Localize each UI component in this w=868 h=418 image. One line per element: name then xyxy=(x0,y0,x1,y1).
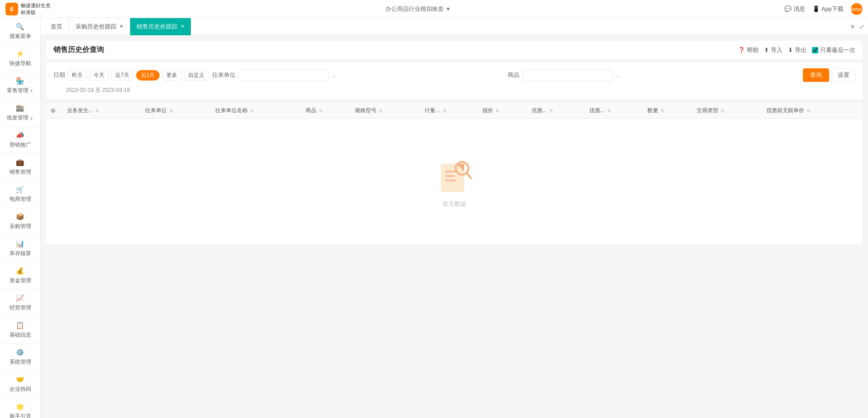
sort-arrows-pretax-price: ⇅ xyxy=(807,108,810,113)
sidebar-item-marketing[interactable]: 📣 营销推广 xyxy=(0,127,40,154)
date-btn-custom[interactable]: 自定义 xyxy=(184,70,208,81)
enterprise-icon: 🤝 xyxy=(16,375,24,384)
marketing-icon: 📣 xyxy=(16,131,24,139)
logo-text: 畅捷通好生意 标准版 xyxy=(21,2,51,15)
sidebar-item-guide[interactable]: 🌟 新手引导 xyxy=(0,398,40,418)
col-pretax-price[interactable]: 优惠前无税单价 ⇅ xyxy=(762,103,863,119)
message-btn[interactable]: 💬 消息 xyxy=(784,5,805,13)
download-icon: 📱 xyxy=(812,5,820,12)
sidebar-item-wholesale-mgmt[interactable]: 🏬 批发管理 ▲ xyxy=(0,100,40,127)
maximize-tab-action-icon[interactable]: ⤢ xyxy=(859,23,864,30)
import-btn[interactable]: ⬆ 导入 xyxy=(764,46,783,54)
page-title: 销售历史价查询 xyxy=(53,45,104,55)
date-filter-group: 日期 昨天 今天 近7天 近1月 更多 自定义 xyxy=(53,70,208,81)
guide-icon: 🌟 xyxy=(16,403,24,411)
sidebar-item-system-mgmt[interactable]: ⚙️ 系统管理 xyxy=(0,344,40,371)
svg-rect-2 xyxy=(445,175,455,177)
empty-illustration xyxy=(434,155,475,195)
sidebar: 🔍 搜索菜单 ⚡ 快捷导航 🏪 零售管理 ▼ 🏬 批发管理 ▲ 📣 营销推广 xyxy=(0,18,41,418)
tab-sales-history[interactable]: 销售历史价跟踪 ✕ xyxy=(130,18,191,35)
export-btn[interactable]: ⬇ 导出 xyxy=(788,46,807,54)
col-product[interactable]: 商品 ⇅ xyxy=(301,103,350,119)
sidebar-item-inventory[interactable]: 📊 库存核算 xyxy=(0,235,40,262)
sort-arrows-qty: ⇅ xyxy=(660,108,664,113)
tab-home[interactable]: 首页 xyxy=(44,18,69,35)
empty-svg xyxy=(434,155,475,195)
search-btn-row: 查询 设置 xyxy=(803,68,855,82)
col-partner-code[interactable]: 往来单位 ⇅ xyxy=(141,103,210,119)
wholesale-arrow-icon: ▲ xyxy=(29,116,33,120)
setting-btn[interactable]: 设置 xyxy=(832,68,855,82)
close-tab-action-icon[interactable]: ✕ xyxy=(850,23,855,30)
finance-icon: 💰 xyxy=(16,267,24,275)
col-spec[interactable]: 规格型号 ⇅ xyxy=(350,103,420,119)
close-purchase-tab-icon[interactable]: ✕ xyxy=(119,24,123,29)
close-sales-tab-icon[interactable]: ✕ xyxy=(180,24,184,29)
query-btn[interactable]: 查询 xyxy=(803,68,829,82)
date-btn-last1m[interactable]: 近1月 xyxy=(136,70,160,81)
help-btn[interactable]: ❓ 帮助 xyxy=(738,46,759,54)
col-quote[interactable]: 报价 ⇅ xyxy=(478,103,527,119)
col-trade-type[interactable]: 交易类型 ⇅ xyxy=(692,103,762,119)
search-area: 日期 昨天 今天 近7天 近1月 更多 自定义 往来单位 ... 商品 xyxy=(46,63,863,100)
col-partner-name[interactable]: 往来单位名称 ⇅ xyxy=(211,103,301,119)
user-avatar-btn[interactable]: demo2 xyxy=(851,3,863,15)
sort-arrows-partner-code: ⇅ xyxy=(170,108,173,113)
col-qty[interactable]: 数量 ⇅ xyxy=(643,103,692,119)
sort-arrows-unit: ⇅ xyxy=(443,108,446,113)
main-layout: 🔍 搜索菜单 ⚡ 快捷导航 🏪 零售管理 ▼ 🏬 批发管理 ▲ 📣 营销推广 xyxy=(0,18,868,418)
sidebar-item-enterprise-agreement[interactable]: 🤝 企业协同 xyxy=(0,371,40,398)
retail-icon: 🏪 xyxy=(16,77,24,85)
sidebar-item-purchase-mgmt[interactable]: 📦 采购管理 xyxy=(0,208,40,235)
workspace-selector[interactable]: 办公用品行业模拟账套 ▾ xyxy=(385,5,450,13)
empty-text: 暂无数据 xyxy=(443,200,466,208)
product-input[interactable] xyxy=(522,70,613,81)
partner-search-group: 往来单位 ... xyxy=(212,70,504,81)
sort-arrows-partner-name: ⇅ xyxy=(250,108,254,113)
date-btn-today[interactable]: 今天 xyxy=(90,70,108,81)
sidebar-item-ops-mgmt[interactable]: 📈 经营管理 xyxy=(0,290,40,317)
tab-actions: ✕ ⤢ xyxy=(850,23,864,30)
partner-input[interactable] xyxy=(238,70,329,81)
date-btn-last7[interactable]: 近7天 xyxy=(111,70,133,81)
purchase-icon: 📦 xyxy=(16,213,24,221)
import-icon: ⬆ xyxy=(764,47,769,53)
col-discount1[interactable]: 优惠... ⇅ xyxy=(527,103,585,119)
nav-icon: ⚡ xyxy=(16,50,24,58)
date-range-display: 2023-02-18 至 2023-03-18 xyxy=(66,86,130,94)
sidebar-item-finance-mgmt[interactable]: 💰 资金管理 xyxy=(0,262,40,290)
sales-icon: 💼 xyxy=(16,158,24,166)
page-header-actions: ❓ 帮助 ⬆ 导入 ⬇ 导出 只看最后一次 xyxy=(738,46,855,54)
svg-rect-3 xyxy=(445,180,457,181)
page-header: 销售历史价查询 ❓ 帮助 ⬆ 导入 ⬇ 导出 xyxy=(46,41,863,59)
sidebar-item-retail-mgmt[interactable]: 🏪 零售管理 ▼ xyxy=(0,72,40,100)
product-search-dots: ... xyxy=(615,72,620,79)
table-header-row: ⚙ 业务发生... ⇅ 往来单位 ⇅ 往来单位名称 xyxy=(46,103,863,119)
col-biz-date[interactable]: 业务发生... ⇅ xyxy=(62,103,141,119)
product-label: 商品 xyxy=(508,71,519,79)
basic-icon: 📋 xyxy=(16,321,24,329)
workspace-dropdown-icon[interactable]: ▾ xyxy=(447,5,450,12)
date-btn-more[interactable]: 更多 xyxy=(162,70,181,81)
partner-label: 往来单位 xyxy=(212,71,236,79)
sidebar-item-ecom-mgmt[interactable]: 🛒 电商管理 xyxy=(0,181,40,208)
col-discount2[interactable]: 优惠... ⇅ xyxy=(585,103,643,119)
search-icon: 🔍 xyxy=(16,23,24,31)
settings-gear-icon[interactable]: ⚙ xyxy=(51,108,56,114)
tab-purchase-history[interactable]: 采购历史价跟踪 ✕ xyxy=(69,18,130,35)
col-unit[interactable]: 计量... ⇅ xyxy=(420,103,478,119)
sort-arrows-discount1: ⇅ xyxy=(549,108,553,113)
data-table: ⚙ 业务发生... ⇅ 往来单位 ⇅ 往来单位名称 xyxy=(46,103,863,119)
sidebar-item-search-menu[interactable]: 🔍 搜索菜单 xyxy=(0,18,40,45)
date-label: 日期 xyxy=(53,71,65,79)
svg-line-6 xyxy=(467,173,471,178)
sidebar-item-basic-info[interactable]: 📋 基础信息 xyxy=(0,317,40,344)
inventory-icon: 📊 xyxy=(16,240,24,248)
date-btn-yesterday[interactable]: 昨天 xyxy=(68,70,87,81)
sidebar-item-quick-nav[interactable]: ⚡ 快捷导航 xyxy=(0,45,40,72)
app-download-btn[interactable]: 📱 App下载 xyxy=(812,5,844,13)
sidebar-item-sales-mgmt[interactable]: 💼 销售管理 xyxy=(0,154,40,181)
only-last-checkbox[interactable] xyxy=(812,47,818,53)
sort-arrows-biz-date: ⇅ xyxy=(95,108,99,113)
col-settings: ⚙ xyxy=(46,103,62,119)
